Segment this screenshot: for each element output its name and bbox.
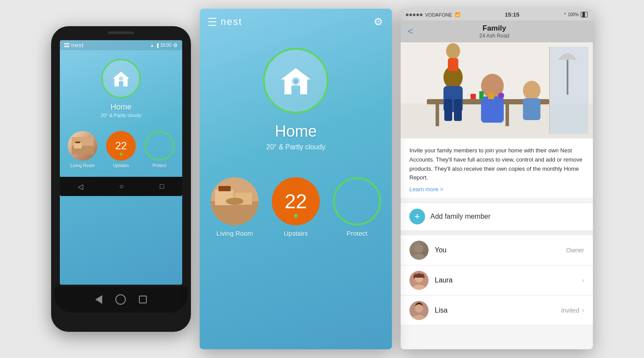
ios-family-title: Family bbox=[413, 24, 575, 33]
large-thermostat-value: 22 bbox=[284, 189, 307, 213]
ios-statusbar: VODAFONE 📶 15:15 * 100% ▊ bbox=[401, 9, 593, 21]
thermostat-value: 22 bbox=[115, 140, 127, 152]
large-living-room-scene bbox=[211, 177, 259, 225]
statusbar-left: nest bbox=[64, 42, 84, 48]
leaf-icon bbox=[119, 152, 123, 156]
large-thermostat-circle: 22 bbox=[272, 177, 320, 225]
svg-rect-3 bbox=[74, 142, 82, 148]
ios-address: 24 Ash Road bbox=[413, 33, 575, 39]
physical-back bbox=[95, 295, 102, 304]
member-row-you: You Owner bbox=[401, 235, 593, 265]
large-living-room-circle bbox=[211, 177, 259, 225]
large-device-protect[interactable]: Protect bbox=[333, 177, 381, 237]
svg-point-6 bbox=[293, 79, 298, 84]
living-room-label: Living Room bbox=[70, 163, 95, 168]
member-name-you: You bbox=[435, 246, 566, 254]
member-name-lisa: Lisa bbox=[435, 306, 561, 314]
large-home-svg bbox=[278, 65, 313, 96]
description-text: Invite your family members to join your … bbox=[409, 146, 584, 182]
large-protect-circle bbox=[333, 177, 381, 225]
add-member-label: Add family member bbox=[430, 213, 491, 220]
android-screen: nest ▲ ▐ 15:00 ⚙ Home 20° & Partly cloud… bbox=[60, 40, 182, 285]
svg-rect-18 bbox=[436, 104, 439, 126]
large-device-living-room[interactable]: Living Room bbox=[211, 177, 259, 237]
android-statusbar: nest ▲ ▐ 15:00 ⚙ bbox=[60, 40, 182, 50]
avatar-lisa bbox=[409, 301, 429, 320]
home-svg-icon bbox=[111, 70, 131, 87]
signal-dots bbox=[406, 14, 422, 16]
learn-more-link[interactable]: Learn more > bbox=[409, 186, 584, 193]
svg-point-35 bbox=[415, 244, 423, 253]
thermostat-circle: 22 bbox=[106, 131, 136, 161]
you-avatar-svg bbox=[409, 241, 429, 260]
living-room-photo bbox=[68, 131, 97, 161]
ios-navbar: < Family 24 Ash Road bbox=[401, 21, 593, 42]
statusbar-right: ▲ ▐ 15:00 ⚙ bbox=[150, 42, 178, 48]
member-row-lisa[interactable]: Lisa Invited › bbox=[401, 296, 593, 326]
svg-rect-16 bbox=[549, 47, 550, 134]
protect-label: Protect bbox=[152, 163, 166, 168]
svg-point-36 bbox=[412, 254, 426, 260]
svg-rect-22 bbox=[444, 99, 452, 121]
phone-speaker bbox=[108, 31, 134, 34]
large-protect-label: Protect bbox=[346, 230, 367, 237]
large-home-title: Home bbox=[275, 122, 317, 141]
battery-pct: 100% bbox=[568, 12, 579, 17]
ios-title-section: Family 24 Ash Road bbox=[413, 24, 575, 39]
large-gear-icon[interactable]: ⚙ bbox=[374, 16, 383, 28]
member-name-laura: Laura bbox=[435, 276, 579, 284]
wifi-symbol: 📶 bbox=[455, 12, 460, 17]
battery-icon: ▊ bbox=[581, 12, 588, 17]
living-room-circle bbox=[68, 131, 97, 161]
devices-row: Living Room 22 Upstairs Protect bbox=[60, 122, 182, 177]
signal-dot-2 bbox=[409, 14, 412, 16]
back-button[interactable]: ◁ bbox=[78, 182, 83, 191]
signal-dot-1 bbox=[406, 14, 409, 16]
laura-avatar-svg bbox=[409, 271, 429, 290]
chevron-right-lisa: › bbox=[582, 306, 584, 314]
large-living-room-label: Living Room bbox=[216, 230, 253, 237]
large-leaf-icon bbox=[293, 213, 298, 218]
large-devices-row: Living Room 22 Upstairs Protect bbox=[200, 160, 392, 255]
large-home-circle[interactable] bbox=[263, 48, 329, 114]
android-phone: nest ▲ ▐ 15:00 ⚙ Home 20° & Partly cloud… bbox=[51, 26, 191, 332]
svg-rect-4 bbox=[75, 141, 80, 143]
svg-rect-34 bbox=[567, 60, 568, 95]
device-upstairs[interactable]: 22 Upstairs bbox=[106, 131, 136, 168]
device-living-room[interactable]: Living Room bbox=[68, 131, 97, 168]
device-protect[interactable]: Protect bbox=[145, 131, 174, 168]
large-android-screen: nest ⚙ Home 20° & Partly cloudy bbox=[200, 9, 392, 349]
signal-dot-5 bbox=[420, 14, 422, 16]
avatar-laura bbox=[409, 271, 429, 290]
hamburger-icon[interactable] bbox=[64, 43, 69, 47]
ios-time: 15:15 bbox=[505, 11, 519, 18]
svg-point-33 bbox=[498, 93, 504, 99]
member-row-laura[interactable]: Laura › bbox=[401, 265, 593, 296]
protect-circle bbox=[145, 131, 174, 161]
home-icon-circle[interactable] bbox=[101, 59, 141, 98]
gear-icon[interactable]: ⚙ bbox=[173, 42, 178, 48]
home-button[interactable]: ○ bbox=[119, 182, 124, 190]
recent-button[interactable]: □ bbox=[160, 182, 164, 190]
ios-statusbar-left: VODAFONE 📶 bbox=[406, 12, 460, 17]
svg-rect-30 bbox=[471, 94, 476, 99]
signal-dot-4 bbox=[416, 14, 419, 16]
svg-rect-32 bbox=[488, 93, 494, 99]
lisa-avatar-svg bbox=[409, 301, 429, 320]
ios-statusbar-right: * 100% ▊ bbox=[564, 12, 588, 17]
add-family-member-row[interactable]: + Add family member bbox=[401, 202, 593, 231]
large-home-section: Home 20° & Partly cloudy bbox=[200, 35, 392, 160]
ios-family-photo bbox=[401, 42, 593, 138]
large-hamburger-icon[interactable] bbox=[208, 17, 216, 27]
family-photo-svg bbox=[401, 42, 593, 138]
svg-point-0 bbox=[119, 76, 123, 81]
ios-back-button[interactable]: < bbox=[408, 26, 413, 37]
large-device-upstairs[interactable]: 22 Upstairs bbox=[272, 177, 320, 237]
add-icon: + bbox=[409, 209, 425, 224]
physical-recent bbox=[139, 296, 147, 303]
large-home-subtitle: 20° & Partly cloudy bbox=[266, 143, 325, 151]
large-upstairs-label: Upstairs bbox=[284, 230, 308, 237]
svg-point-12 bbox=[226, 198, 243, 205]
svg-rect-31 bbox=[479, 91, 484, 99]
svg-point-24 bbox=[446, 43, 460, 59]
